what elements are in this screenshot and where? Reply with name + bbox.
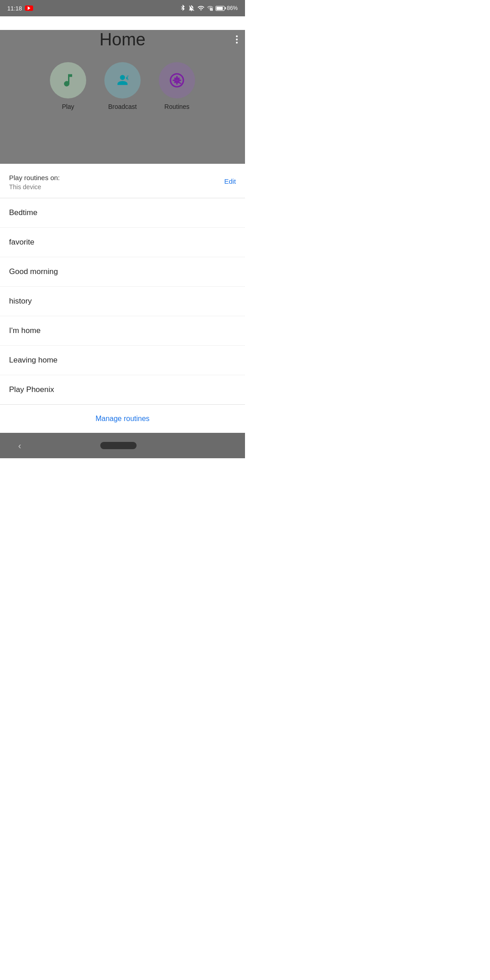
status-bar: 11:18 86% bbox=[0, 0, 245, 16]
play-action-item[interactable]: Play bbox=[50, 62, 86, 110]
routines-action-item[interactable]: Routines bbox=[159, 62, 195, 110]
action-icons-row: Play Broadcast Routines bbox=[0, 62, 245, 110]
bluetooth-icon bbox=[180, 5, 186, 12]
play-icon-circle bbox=[50, 62, 86, 98]
battery-percent: 86% bbox=[227, 5, 238, 11]
device-label: This device bbox=[9, 183, 236, 191]
broadcast-icon-circle bbox=[104, 62, 141, 98]
routine-item-im-home[interactable]: I'm home bbox=[0, 316, 245, 346]
svg-rect-1 bbox=[211, 8, 211, 11]
play-routines-label: Play routines on: bbox=[9, 174, 236, 181]
wifi-icon bbox=[197, 5, 205, 12]
signal-icon bbox=[207, 5, 213, 12]
battery-icon bbox=[216, 6, 225, 11]
home-indicator[interactable] bbox=[100, 442, 137, 449]
bell-muted-icon bbox=[188, 5, 195, 12]
nav-bar: ‹ bbox=[0, 433, 245, 458]
routines-icon bbox=[168, 72, 186, 89]
routine-item-leaving-home[interactable]: Leaving home bbox=[0, 346, 245, 375]
page-title: Home bbox=[0, 30, 245, 49]
routine-list: Bedtime favorite Good morning history I'… bbox=[0, 198, 245, 404]
time-display: 11:18 bbox=[7, 5, 22, 12]
status-right: 86% bbox=[180, 5, 238, 12]
dim-overlay: Home Play Broadcast bbox=[0, 30, 245, 164]
routine-item-good-morning[interactable]: Good morning bbox=[0, 257, 245, 287]
broadcast-label: Broadcast bbox=[108, 103, 137, 110]
back-button[interactable]: ‹ bbox=[18, 441, 21, 451]
music-note-icon bbox=[60, 72, 76, 88]
edit-button[interactable]: Edit bbox=[224, 177, 236, 185]
broadcast-person-sound-icon bbox=[114, 72, 131, 89]
status-left: 11:18 bbox=[7, 5, 33, 12]
svg-rect-0 bbox=[211, 8, 212, 11]
routine-item-history[interactable]: history bbox=[0, 287, 245, 316]
routines-icon-circle bbox=[159, 62, 195, 98]
routine-item-bedtime[interactable]: Bedtime bbox=[0, 198, 245, 228]
manage-routines-button[interactable]: Manage routines bbox=[0, 404, 245, 433]
broadcast-action-item[interactable]: Broadcast bbox=[104, 62, 141, 110]
youtube-icon bbox=[25, 5, 33, 11]
routine-item-favorite[interactable]: favorite bbox=[0, 228, 245, 257]
play-label: Play bbox=[62, 103, 74, 110]
routine-item-play-phoenix[interactable]: Play Phoenix bbox=[0, 375, 245, 404]
more-options-button[interactable] bbox=[236, 35, 238, 44]
svg-point-2 bbox=[120, 75, 125, 80]
play-routines-section: Play routines on: This device Edit bbox=[0, 164, 245, 198]
routines-panel: Play routines on: This device Edit Bedti… bbox=[0, 164, 245, 433]
routines-label: Routines bbox=[164, 103, 189, 110]
